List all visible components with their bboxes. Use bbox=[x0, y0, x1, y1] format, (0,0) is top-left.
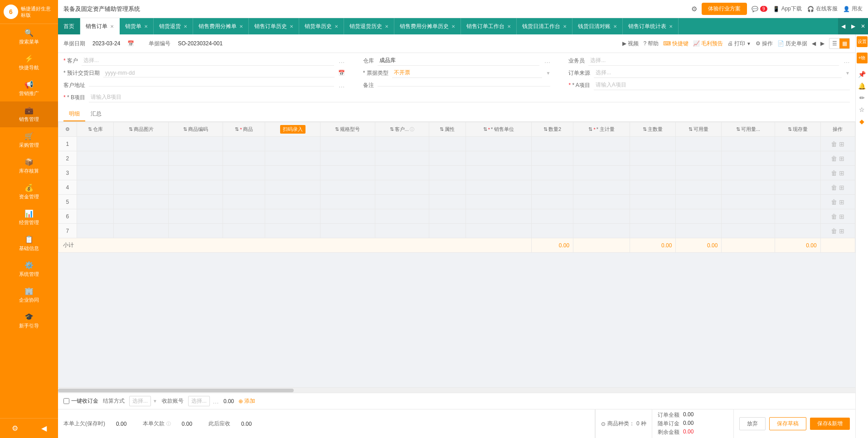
a-project-input[interactable]: 请输入A项目 bbox=[594, 80, 850, 90]
sidebar-item-quick[interactable]: ⚡ 快捷导航 bbox=[0, 50, 58, 76]
sidebar-item-sales[interactable]: 💼 销售管理 bbox=[0, 101, 58, 127]
tab-sales-fee-split[interactable]: 销售费用分摊单 ✕ bbox=[193, 18, 249, 34]
order-source-input[interactable]: 选择... bbox=[594, 68, 842, 78]
tab-close-icon[interactable]: ✕ bbox=[507, 24, 511, 29]
delete-row-icon[interactable]: 🗑 bbox=[831, 169, 837, 177]
sidebar-item-finance[interactable]: 💰 资金管理 bbox=[0, 179, 58, 205]
settings-panel-btn[interactable]: 设置 bbox=[857, 36, 868, 47]
one-click-checkbox-input[interactable] bbox=[63, 398, 69, 404]
one-click-checkbox[interactable]: 一键收订金 bbox=[63, 397, 98, 405]
sidebar-item-purchase[interactable]: 🛒 采购管理 bbox=[0, 127, 58, 153]
tab-detail[interactable]: 明细 bbox=[63, 107, 85, 121]
delete-row-icon[interactable]: 🗑 bbox=[831, 213, 837, 220]
sidebar-item-marketing[interactable]: 📢 营销推广 bbox=[0, 76, 58, 101]
warehouse-more-icon[interactable]: … bbox=[544, 57, 550, 64]
customer-more-icon[interactable]: … bbox=[339, 57, 345, 64]
star-icon[interactable]: ☆ bbox=[857, 104, 868, 115]
operate-action[interactable]: ⚙ 操作 bbox=[756, 40, 773, 48]
view-grid-btn[interactable]: ▦ bbox=[839, 39, 849, 48]
tab-close-icon[interactable]: ✕ bbox=[290, 24, 293, 29]
sidebar-item-system[interactable]: ⚙️ 系统管理 bbox=[0, 256, 58, 282]
salesperson-more-icon[interactable]: … bbox=[844, 57, 850, 64]
tab-sales-return[interactable]: 销货单 ✕ bbox=[120, 18, 154, 34]
account-more-icon[interactable]: … bbox=[213, 398, 219, 405]
online-service-button[interactable]: 🎧 在线客服 bbox=[807, 5, 838, 13]
order-source-dropdown-icon[interactable]: ▼ bbox=[845, 71, 850, 76]
tabs-next-arrow[interactable]: ▶ bbox=[848, 18, 858, 34]
tab-sales-workbench[interactable]: 销售订单工作台 ✕ bbox=[461, 18, 517, 34]
message-button[interactable]: 💬 9 bbox=[752, 6, 767, 12]
copy-row-icon[interactable]: ⊞ bbox=[839, 213, 844, 220]
history-action[interactable]: 📄 历史单据 bbox=[777, 40, 807, 48]
delete-row-icon[interactable]: 🗑 bbox=[831, 227, 837, 235]
edit-icon[interactable]: ✏ bbox=[857, 92, 868, 103]
sidebar-item-inventory[interactable]: 📦 库存核算 bbox=[0, 153, 58, 179]
copy-row-icon[interactable]: ⊞ bbox=[839, 227, 844, 235]
delete-row-icon[interactable]: 🗑 bbox=[831, 140, 837, 148]
tab-cash-reconcile[interactable]: 钱货日清对账 ✕ bbox=[572, 18, 623, 34]
topbar-settings-icon[interactable]: ⚙ bbox=[691, 5, 697, 13]
tab-sales-refund-history[interactable]: 销货退货历史 ✕ bbox=[344, 18, 394, 34]
delete-row-icon[interactable]: 🗑 bbox=[831, 155, 837, 162]
tab-summary[interactable]: 汇总 bbox=[85, 107, 107, 121]
customer-input[interactable]: 选择... bbox=[82, 56, 334, 66]
th-scan[interactable]: 扫码录入 bbox=[265, 122, 320, 137]
next-record-icon[interactable]: ▶ bbox=[820, 40, 824, 47]
tab-close-icon[interactable]: ✕ bbox=[563, 24, 567, 29]
tabs-more-arrow[interactable]: ✕ bbox=[858, 18, 868, 34]
payment-select[interactable]: 选择... bbox=[129, 396, 151, 406]
sidebar-collapse-icon[interactable]: ◀ bbox=[39, 422, 48, 434]
user-menu[interactable]: 👤 用友 bbox=[843, 5, 863, 13]
tab-sales-report[interactable]: 销售订单统计表 ✕ bbox=[623, 18, 679, 34]
warehouse-input[interactable]: 成品库 bbox=[378, 56, 540, 66]
solution-button[interactable]: 体验行业方案 bbox=[702, 3, 747, 15]
table-scrollbar[interactable] bbox=[58, 387, 855, 393]
delete-row-icon[interactable]: 🗑 bbox=[831, 184, 837, 191]
invoice-select[interactable]: 不开票 bbox=[392, 68, 543, 78]
b-project-input[interactable]: 请输入B项目 bbox=[89, 92, 850, 102]
table-container[interactable]: ⚙ ⇅仓库 ⇅商品图片 ⇅商品编码 bbox=[58, 122, 855, 387]
tab-close-icon[interactable]: ✕ bbox=[110, 24, 114, 29]
copy-row-icon[interactable]: ⊞ bbox=[839, 169, 844, 177]
salesperson-input[interactable]: 选择... bbox=[588, 56, 839, 66]
copy-row-icon[interactable]: ⊞ bbox=[839, 198, 844, 206]
calendar-icon[interactable]: 📅 bbox=[127, 40, 134, 47]
bell-icon[interactable]: 🔔 bbox=[857, 81, 868, 91]
tab-close-icon[interactable]: ✕ bbox=[451, 24, 455, 29]
tab-close-icon[interactable]: ✕ bbox=[239, 24, 243, 29]
sidebar-settings-icon[interactable]: ⚙ bbox=[10, 422, 20, 434]
settings-icon[interactable]: ⚙ bbox=[65, 126, 70, 132]
tab-close-icon[interactable]: ✕ bbox=[335, 24, 338, 29]
view-list-btn[interactable]: ☰ bbox=[829, 39, 839, 48]
tab-close-icon[interactable]: ✕ bbox=[669, 24, 673, 29]
discard-button[interactable]: 放弃 bbox=[739, 417, 766, 430]
sidebar-item-operations[interactable]: 📊 经营管理 bbox=[0, 205, 58, 231]
pin-icon[interactable]: 📌 bbox=[857, 69, 868, 80]
help-action[interactable]: ? 帮助 bbox=[643, 40, 659, 48]
remark-input[interactable] bbox=[378, 84, 551, 87]
tab-home[interactable]: 首页 bbox=[58, 18, 80, 34]
diamond-icon[interactable]: ◆ bbox=[857, 116, 868, 127]
shortcut-action[interactable]: ⌨ 快捷键 bbox=[663, 40, 689, 48]
tab-close-icon[interactable]: ✕ bbox=[184, 24, 187, 29]
sidebar-item-guide[interactable]: 🎓 新手引导 bbox=[0, 308, 58, 334]
tab-close-icon[interactable]: ✕ bbox=[613, 24, 617, 29]
address-input[interactable] bbox=[89, 84, 334, 87]
payment-dropdown-icon[interactable]: ▼ bbox=[153, 399, 157, 404]
delete-row-icon[interactable]: 🗑 bbox=[831, 198, 837, 206]
scan-button[interactable]: 扫码录入 bbox=[280, 125, 305, 134]
sidebar-item-enterprise[interactable]: 🏢 企业协同 bbox=[0, 282, 58, 308]
sidebar-item-search[interactable]: 🔍 搜索菜单 bbox=[0, 24, 58, 50]
add-goods-btn[interactable]: +物 bbox=[857, 53, 868, 63]
save-button[interactable]: 保存&新增 bbox=[810, 418, 850, 430]
profit-action[interactable]: 📈 毛利预告 bbox=[693, 40, 723, 48]
delivery-calendar-icon[interactable]: 📅 bbox=[338, 70, 345, 76]
tab-sales-order-history[interactable]: 销售订单历史 ✕ bbox=[249, 18, 299, 34]
delivery-input[interactable]: yyyy-mm-dd bbox=[103, 69, 335, 77]
app-download-button[interactable]: 📱 App下载 bbox=[773, 5, 802, 13]
copy-row-icon[interactable]: ⊞ bbox=[839, 184, 844, 191]
tab-sales-fee-history[interactable]: 销售费用分摊单历史 ✕ bbox=[394, 18, 461, 34]
address-more-icon[interactable]: … bbox=[339, 82, 345, 89]
scroll-track[interactable] bbox=[58, 389, 294, 392]
copy-row-icon[interactable]: ⊞ bbox=[839, 155, 844, 162]
